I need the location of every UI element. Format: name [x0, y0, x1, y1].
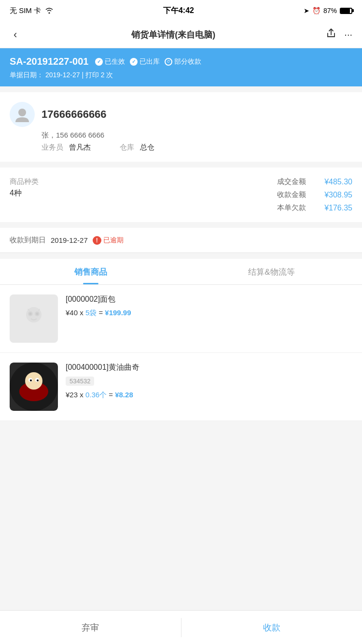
product-name-2: [000400001]黄油曲奇 [66, 363, 352, 373]
equals-sign-2: = [109, 391, 115, 399]
battery-icon [340, 8, 352, 14]
check-icon-2: ✓ [130, 58, 138, 66]
received-value: ¥308.95 [314, 191, 352, 199]
debt-label: 本单欠款 [277, 203, 306, 212]
type-count: 4种 [10, 188, 39, 198]
tab-settlement[interactable]: 结算&物流等 [181, 259, 362, 284]
due-date: 2019-12-27 [51, 236, 88, 244]
received-label: 收款金额 [277, 190, 306, 199]
cancel-review-button[interactable]: 弃审 [0, 611, 181, 644]
overdue-icon: ! [93, 236, 101, 245]
product-qty-2: 0.36个 [85, 391, 107, 399]
product-name-1: [0000002]面包 [66, 294, 352, 305]
product-total-1: ¥199.99 [105, 308, 131, 317]
product-unit-price-1: ¥40 [66, 308, 78, 317]
check-icon-1: ✓ [95, 58, 103, 66]
nav-actions: ··· [326, 28, 352, 41]
received-row: 收款金额 ¥308.95 [277, 190, 352, 199]
location-icon: ➤ [304, 7, 309, 14]
customer-name-phone: 张，156 6666 6666 [42, 131, 352, 140]
times-sign-1: x [80, 308, 85, 317]
customer-phone: 17666666666 [42, 108, 107, 121]
status-bar: 无 SIM 卡 下午4:42 ➤ ⏰ 87% [0, 0, 362, 21]
product-item: [0000002]面包 ¥40 x 5袋 = ¥199.99 [0, 285, 362, 353]
order-meta: 单据日期： 2019-12-27 | 打印 2 次 [10, 71, 352, 80]
debt-row: 本单欠款 ¥176.35 [277, 203, 352, 212]
overdue-label: 已逾期 [103, 236, 124, 245]
clock-icon: ⏱ [165, 58, 172, 66]
tabs-row: 销售商品 结算&物流等 [0, 259, 362, 285]
customer-top: 17666666666 [10, 102, 352, 127]
product-unit-price-2: ¥23 [66, 391, 78, 399]
stats-right: 成交金额 ¥485.30 收款金额 ¥308.95 本单欠款 ¥176.35 [277, 177, 352, 212]
badge-shipped: ✓ 已出库 [130, 57, 160, 66]
product-info-1: [0000002]面包 ¥40 x 5袋 = ¥199.99 [66, 294, 352, 318]
customer-avatar [10, 102, 35, 127]
due-section: 收款到期日 2019-12-27 ! 已逾期 [0, 228, 362, 253]
alarm-icon: ⏰ [312, 7, 320, 14]
order-meta-date: 2019-12-27 [45, 71, 80, 79]
tab-sales-products[interactable]: 销售商品 [0, 259, 181, 284]
product-sku-2: 534532 [66, 377, 94, 386]
stats-section: 商品种类 4种 成交金额 ¥485.30 收款金额 ¥308.95 本单欠款 ¥… [0, 168, 362, 222]
product-thumb-2 [10, 363, 58, 411]
status-time: 下午4:42 [163, 6, 194, 16]
badge-effective-label: 已生效 [105, 57, 125, 66]
nav-bar: ‹ 销货单详情(来自电脑) ··· [0, 21, 362, 48]
svg-point-11 [30, 379, 32, 381]
badge-partial: ⏱ 部分收款 [165, 57, 201, 66]
customer-section: 17666666666 张，156 6666 6666 业务员 曾凡杰 仓库 总… [0, 92, 362, 162]
sales-rep-value: 曾凡杰 [69, 143, 91, 151]
customer-info-row: 业务员 曾凡杰 仓库 总仓 [42, 143, 352, 152]
products-list: [0000002]面包 ¥40 x 5袋 = ¥199.99 [0, 285, 362, 421]
sales-rep-label: 业务员 [42, 143, 63, 151]
amount-value: ¥485.30 [314, 178, 352, 186]
order-meta-label: 单据日期： [10, 71, 43, 79]
product-total-2: ¥8.28 [115, 391, 133, 399]
svg-point-5 [36, 313, 39, 315]
bottom-action-bar: 弃审 收款 [0, 610, 362, 644]
svg-point-12 [37, 379, 39, 381]
product-price-1: ¥40 x 5袋 = ¥199.99 [66, 308, 352, 318]
product-qty-1: 5袋 [85, 308, 97, 317]
order-badges: ✓ 已生效 ✓ 已出库 ⏱ 部分收款 [95, 57, 201, 66]
wifi-icon [45, 7, 54, 15]
product-item-2: [000400001]黄油曲奇 534532 ¥23 x 0.36个 = ¥8.… [0, 353, 362, 421]
product-image-1 [10, 294, 58, 343]
more-button[interactable]: ··· [344, 29, 352, 40]
badge-effective: ✓ 已生效 [95, 57, 125, 66]
stats-left: 商品种类 4种 [10, 177, 39, 198]
page-title: 销货单详情(来自电脑) [131, 29, 215, 41]
collect-payment-button[interactable]: 收款 [181, 611, 362, 644]
svg-point-8 [25, 372, 42, 390]
badge-shipped-label: 已出库 [139, 57, 160, 66]
warehouse-value: 总仓 [140, 143, 154, 151]
product-thumb-1 [10, 294, 58, 343]
due-label: 收款到期日 [10, 236, 46, 245]
amount-label: 成交金额 [277, 177, 306, 186]
type-label: 商品种类 [10, 177, 39, 186]
svg-point-4 [29, 313, 32, 315]
back-button[interactable]: ‹ [10, 25, 21, 45]
status-carrier: 无 SIM 卡 [10, 6, 54, 15]
overdue-badge: ! 已逾期 [93, 236, 124, 245]
status-right: ➤ ⏰ 87% [304, 7, 352, 14]
times-sign-2: x [80, 391, 85, 399]
amount-row: 成交金额 ¥485.30 [277, 177, 352, 186]
order-banner-top: SA-20191227-001 ✓ 已生效 ✓ 已出库 ⏱ 部分收款 [10, 56, 352, 67]
order-id: SA-20191227-001 [10, 56, 88, 67]
product-price-2: ¥23 x 0.36个 = ¥8.28 [66, 391, 352, 400]
carrier-text: 无 SIM 卡 [10, 6, 41, 15]
order-meta-print: | 打印 2 次 [82, 71, 113, 79]
product-info-2: [000400001]黄油曲奇 534532 ¥23 x 0.36个 = ¥8.… [66, 363, 352, 400]
battery-text: 87% [323, 7, 337, 14]
svg-point-0 [18, 109, 26, 116]
warehouse-label: 仓库 [120, 143, 134, 151]
tabs-section: 销售商品 结算&物流等 [0, 259, 362, 421]
equals-sign-1: = [98, 308, 105, 317]
order-banner: SA-20191227-001 ✓ 已生效 ✓ 已出库 ⏱ 部分收款 单据日期：… [0, 48, 362, 86]
bottom-spacer [0, 421, 362, 460]
badge-partial-label: 部分收款 [174, 57, 201, 66]
share-button[interactable] [326, 28, 336, 41]
debt-value: ¥176.35 [314, 204, 352, 212]
